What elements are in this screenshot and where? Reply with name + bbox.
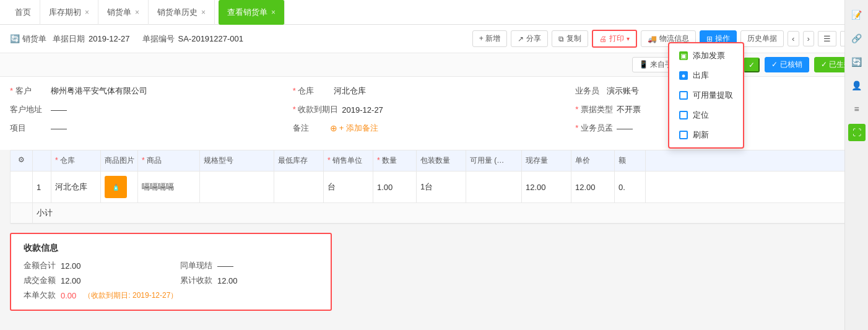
col-header-price: 单价 <box>571 150 615 171</box>
tab-inventory-init[interactable]: 库存期初 × <box>40 0 98 25</box>
total-amount-row: 金额合计 12.00 <box>24 260 162 271</box>
payment-due-field: 收款到期日 2019-12-27 <box>293 104 576 115</box>
address-label: 客户地址 <box>10 104 47 115</box>
doc-date-item: 单据日期 2019-12-27 <box>53 33 130 45</box>
ticket-label: 票据类型 <box>575 104 613 115</box>
refresh-label: 刷新 <box>693 129 709 141</box>
toolbar-actions: + 新增 ↗ 分享 ⧉ 复制 🖨 打印 ▾ 🚚 物流信息 ⊞ 操作 <box>472 30 858 48</box>
print-button-label: 打印 <box>609 33 624 44</box>
customer-value: 柳州粤港平安气体有限公司 <box>51 85 147 97</box>
sold-button[interactable]: ✓ 已核销 <box>765 57 809 72</box>
effective-check-icon: ✓ <box>821 60 827 69</box>
tab-sales-history[interactable]: 销货单历史 × <box>149 0 215 25</box>
checkmark-button[interactable]: ✓ <box>744 58 760 72</box>
sidebar-list-icon[interactable]: ≡ <box>848 100 866 118</box>
same-order-label: 同单现结 <box>180 260 212 271</box>
cell-image: 🧴 <box>101 172 138 202</box>
add-note-label: + 添加备注 <box>339 123 378 134</box>
available-qty-label: 可用量提取 <box>693 90 733 101</box>
list-view-button[interactable]: ☰ <box>818 31 836 46</box>
cell-num: 1 <box>33 172 51 202</box>
share-icon: ↗ <box>518 35 524 43</box>
dropdown-locate[interactable]: 定位 <box>669 105 743 125</box>
add-note-link[interactable]: ⊕ + 添加备注 <box>330 123 378 134</box>
share-button-label: 分享 <box>526 33 541 44</box>
col-header-stock: 现存量 <box>522 150 571 171</box>
address-field: 客户地址 —— <box>10 104 293 115</box>
sidebar-refresh-icon[interactable]: 🔄 <box>848 53 866 71</box>
outbound-icon: ● <box>679 71 688 80</box>
doc-type-icon: 🔄 销货单 <box>10 33 46 45</box>
next-button[interactable]: › <box>803 31 814 46</box>
col-header-unit: 销售单位 <box>324 150 373 171</box>
dropdown-outbound[interactable]: ● 出库 <box>669 66 743 85</box>
doc-number-label: 单据编号 <box>142 33 175 45</box>
tab-sales-history-close[interactable]: × <box>201 8 206 17</box>
sidebar-link-icon[interactable]: 🔗 <box>848 30 866 47</box>
tab-inventory-init-close[interactable]: × <box>85 8 89 17</box>
tab-home[interactable]: 首页 <box>6 0 40 25</box>
tab-home-label: 首页 <box>15 7 31 18</box>
cell-price: 12.00 <box>571 172 615 202</box>
col-header-available: 可用量 (… <box>466 150 522 171</box>
product-image: 🧴 <box>105 176 127 198</box>
outbound-label: 出库 <box>693 70 709 81</box>
subtotal-row: 小计 <box>11 203 857 224</box>
customer-label: 客户 <box>10 85 47 97</box>
copy-icon: ⧉ <box>558 35 564 43</box>
new-button[interactable]: + 新增 <box>472 30 507 47</box>
prev-icon: ‹ <box>792 34 794 43</box>
copy-button[interactable]: ⧉ 复制 <box>552 30 588 47</box>
cumulative-payment-label: 累计收款 <box>180 275 212 286</box>
dropdown-menu: ▣ 添加发票 ● 出库 可用量提取 定位 刷新 <box>668 42 744 149</box>
cumulative-payment-row: 累计收款 12.00 <box>180 275 318 286</box>
col-header-settings[interactable]: ⚙ <box>11 150 33 171</box>
doc-date-label: 单据日期 <box>53 33 85 45</box>
sidebar-expand-icon[interactable]: ⛶ <box>848 124 866 141</box>
doc-info: 单据日期 2019-12-27 单据编号 SA-20191227-001 <box>53 33 472 45</box>
cell-product: 嗝嗝嗝嗝 <box>138 172 200 202</box>
same-order-row: 同单现结 —— <box>180 260 318 271</box>
cell-pack: 1台 <box>417 172 466 202</box>
prev-button[interactable]: ‹ <box>788 31 799 46</box>
dropdown-refresh[interactable]: 刷新 <box>669 125 743 145</box>
summary-title: 收款信息 <box>24 243 318 254</box>
share-button[interactable]: ↗ 分享 <box>511 30 548 47</box>
warehouse-label: 仓库 <box>293 85 330 97</box>
tab-view-sales-close[interactable]: × <box>271 8 276 17</box>
checkmark-label: ✓ <box>749 61 755 69</box>
cell-settings <box>11 172 33 202</box>
total-amount-value: 12.00 <box>61 261 81 271</box>
doc-number-value: SA-20191227-001 <box>178 34 244 43</box>
warehouse-field: 仓库 河北仓库 <box>293 85 576 97</box>
list-view-icon: ☰ <box>823 34 831 43</box>
available-qty-icon <box>679 91 688 100</box>
project-label: 项目 <box>10 123 47 134</box>
note-label: 备注 <box>293 123 330 134</box>
sidebar-edit-icon[interactable]: 📝 <box>848 6 866 24</box>
col-header-warehouse: 仓库 <box>51 150 101 171</box>
tab-sales-order[interactable]: 销货单 × <box>98 0 149 25</box>
payment-due-value: 2019-12-27 <box>342 105 383 115</box>
sidebar-user-icon[interactable]: 👤 <box>848 77 866 94</box>
tab-sales-order-close[interactable]: × <box>135 8 139 17</box>
doc-number-item: 单据编号 SA-20191227-001 <box>142 33 244 45</box>
tab-view-sales[interactable]: 查看销货单 × <box>219 0 285 25</box>
salesperson-label: 业务员孟 <box>575 123 613 134</box>
cell-warehouse: 河北仓库 <box>51 172 101 202</box>
print-button[interactable]: 🖨 打印 ▾ <box>592 30 637 48</box>
this-order-due-value: 0.00 <box>61 291 76 300</box>
plus-icon: ⊕ <box>330 123 337 133</box>
subtotal-settings <box>11 203 33 223</box>
history-button[interactable]: 历史单据 <box>740 30 784 47</box>
cell-spec <box>200 172 274 202</box>
print-icon: 🖨 <box>599 35 607 43</box>
transaction-amount-row: 成交金额 12.00 <box>24 275 162 286</box>
salesperson-value: —— <box>617 124 633 133</box>
transaction-amount-value: 12.00 <box>61 276 81 285</box>
logistics-icon: 🚚 <box>648 35 657 43</box>
ticket-value: 不开票 <box>617 104 641 115</box>
dropdown-add-invoice[interactable]: ▣ 添加发票 <box>669 46 743 66</box>
dropdown-available-qty[interactable]: 可用量提取 <box>669 85 743 105</box>
history-button-label: 历史单据 <box>747 33 777 44</box>
